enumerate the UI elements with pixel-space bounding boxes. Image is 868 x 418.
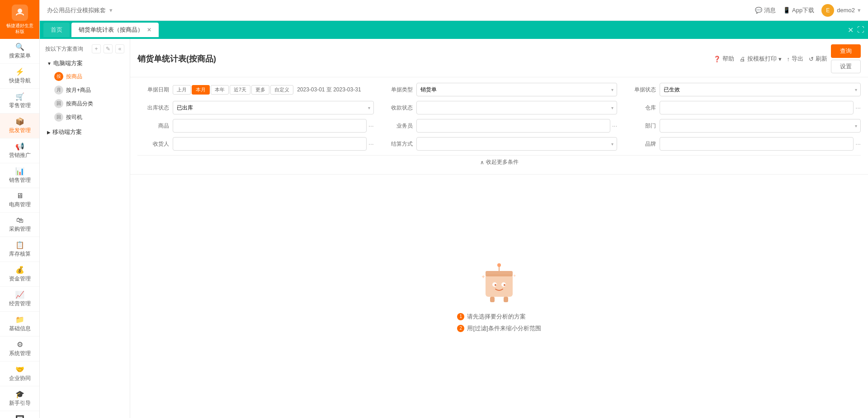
tree-child-by-product[interactable]: 按 按商品 [43, 70, 126, 83]
sidebar-nav-wholesale[interactable]: 📦 批发管理 [0, 114, 39, 138]
salesperson-more-icon[interactable]: ··· [612, 122, 618, 129]
left-panel-header: 按以下方案查询 + ✎ « [40, 43, 130, 57]
sidebar-nav-quick[interactable]: ⚡ 快捷导航 [0, 64, 39, 89]
receiver-input[interactable] [173, 137, 367, 151]
svg-rect-10 [504, 297, 508, 302]
help-button[interactable]: ❓ 帮助 [713, 55, 734, 63]
tree-node-mobile[interactable]: ▶ 移动端方案 [43, 126, 126, 138]
workspace-dropdown-icon[interactable]: ▾ [109, 7, 113, 14]
date-tab-custom[interactable]: 自定义 [270, 85, 293, 95]
out-status-select[interactable]: 已出库 [173, 101, 374, 114]
message-button[interactable]: 💬 消息 [755, 6, 776, 14]
date-tab-last-month[interactable]: 上月 [173, 85, 191, 95]
tab-sales-stat[interactable]: 销货单统计表（按商品） ✕ [71, 23, 159, 37]
export-button[interactable]: ↑ 导出 [787, 55, 804, 63]
sidebar-nav-inventory[interactable]: 📋 库存核算 [0, 237, 39, 262]
maximize-window-icon[interactable]: ⛶ [857, 26, 864, 34]
query-button[interactable]: 查询 [831, 44, 861, 58]
date-tab-this-year[interactable]: 本年 [211, 85, 229, 95]
receipt-status-select[interactable] [416, 101, 618, 114]
date-label: 单据日期 [137, 86, 169, 94]
collapse-panel-icon[interactable]: « [115, 44, 124, 53]
date-tabs: 上月 本月 本年 近7天 更多 自定义 [173, 85, 293, 95]
settlement-select[interactable] [416, 137, 618, 151]
marketing-icon: 📢 [2, 142, 38, 151]
receipt-status-label: 收款状态 [381, 104, 413, 112]
sidebar-nav-newbie[interactable]: 🎓 新手引导 [0, 386, 39, 411]
product-input[interactable] [173, 119, 367, 133]
tab-close-icon[interactable]: ✕ [147, 27, 151, 33]
product-label: 商品 [137, 122, 169, 130]
filter-row-1: 单据日期 上月 本月 本年 近7天 更多 自定义 2023- [137, 83, 861, 96]
svg-point-8 [497, 263, 501, 267]
tab-home[interactable]: 首页 [43, 23, 70, 37]
brand-input[interactable] [660, 137, 854, 151]
edit-scheme-icon[interactable]: ✎ [104, 44, 113, 53]
scheme-tree: ▼ 电脑端方案 按 按商品 月 按月+商品 回 按商品分类 回 按司机 [40, 57, 130, 138]
message-icon: 💬 [755, 7, 762, 14]
warehouse-more-icon[interactable]: ··· [855, 104, 861, 111]
sidebar-nav-system[interactable]: ⚙ 系统管理 [0, 337, 39, 361]
doc-status-select[interactable]: 已生效 [660, 83, 861, 96]
collapse-icon: ∧ [480, 159, 484, 166]
collapse-bar[interactable]: ∧ 收起更多条件 [137, 155, 861, 169]
user-menu[interactable]: E demo2 ▾ [821, 4, 861, 17]
warehouse-input[interactable] [660, 101, 854, 114]
product-more-icon[interactable]: ··· [368, 122, 374, 129]
department-select[interactable] [660, 119, 861, 133]
sidebar-nav-corp[interactable]: 🤝 企业协同 [0, 361, 39, 386]
retail-icon: 🛒 [2, 92, 38, 101]
tree-node-pc[interactable]: ▼ 电脑端方案 [43, 57, 126, 70]
quick-nav-icon: ⚡ [2, 67, 38, 76]
collapse-text: 收起更多条件 [486, 158, 519, 166]
inventory-icon: 📋 [2, 241, 38, 249]
print-dropdown-icon[interactable]: ▾ [778, 56, 782, 62]
by-month-label: 按月+商品 [66, 86, 91, 94]
sidebar-nav-sales[interactable]: 📊 销售管理 [0, 163, 39, 188]
department-select-wrapper: ▾ [660, 119, 861, 133]
print-button[interactable]: 🖨 按模板打印 ▾ [740, 55, 782, 63]
doc-type-select[interactable]: 销货单 [416, 83, 618, 96]
refresh-button[interactable]: ↺ 刷新 [809, 55, 827, 63]
sidebar-nav-marketing[interactable]: 📢 营销推广 [0, 138, 39, 163]
svg-rect-9 [490, 297, 495, 302]
export-icon: ↑ [787, 56, 790, 62]
page-title-bar: 销货单统计表(按商品) ❓ 帮助 🖨 按模板打印 ▾ ↑ [130, 39, 868, 77]
tree-child-by-driver[interactable]: 回 按司机 [43, 110, 126, 124]
sidebar-nav-base[interactable]: 📁 基础信息 [0, 312, 39, 337]
download-button[interactable]: 📱 App下载 [783, 6, 814, 14]
sidebar-nav-purchase[interactable]: 🛍 采购管理 [0, 213, 39, 237]
svg-point-6 [504, 284, 505, 286]
receiver-more-icon[interactable]: ··· [368, 140, 374, 147]
date-tab-this-month[interactable]: 本月 [192, 85, 210, 95]
date-tab-more[interactable]: 更多 [251, 85, 269, 95]
salesperson-input[interactable] [416, 119, 610, 133]
sidebar-nav-finance[interactable]: 💰 资金管理 [0, 262, 39, 287]
main-area: 办公用品行业模拟账套 ▾ 💬 消息 📱 App下载 E demo2 ▾ 首页 销… [40, 0, 868, 418]
settings-button[interactable]: 设置 [831, 60, 861, 73]
right-panel: 销货单统计表(按商品) ❓ 帮助 🖨 按模板打印 ▾ ↑ [130, 39, 868, 418]
svg-point-5 [495, 284, 496, 286]
by-product-label: 按商品 [66, 73, 82, 81]
sidebar-nav-ecommerce[interactable]: 🖥 电商管理 [0, 188, 39, 213]
add-scheme-icon[interactable]: + [92, 44, 101, 53]
close-window-icon[interactable]: ✕ [848, 26, 854, 34]
print-icon: 🖨 [740, 56, 745, 62]
date-tab-7days[interactable]: 近7天 [230, 85, 250, 95]
purchase-icon: 🛍 [2, 216, 38, 224]
tree-child-by-category[interactable]: 回 按商品分类 [43, 97, 126, 110]
tree-child-by-month[interactable]: 月 按月+商品 [43, 83, 126, 97]
sidebar-nav-operations[interactable]: 📈 经营管理 [0, 287, 39, 312]
sidebar: 畅捷通好生意 标版 🔍 搜索菜单 ⚡ 快捷导航 🛒 零售管理 📦 批发管理 📢 … [0, 0, 40, 418]
sidebar-nav-search[interactable]: 🔍 搜索菜单 [0, 39, 39, 64]
sidebar-nav-apps[interactable]: 🔲 应用中心 [0, 411, 39, 418]
out-status-label: 出库状态 [137, 104, 169, 112]
brand-more-icon[interactable]: ··· [855, 140, 861, 147]
newbie-icon: 🎓 [2, 390, 38, 399]
hint1-text: 请先选择要分析的方案 [467, 311, 526, 323]
search-icon: 🔍 [2, 43, 38, 51]
top-header: 办公用品行业模拟账套 ▾ 💬 消息 📱 App下载 E demo2 ▾ [40, 0, 868, 21]
download-icon: 📱 [783, 7, 790, 14]
sidebar-nav-retail[interactable]: 🛒 零售管理 [0, 89, 39, 114]
svg-rect-2 [486, 271, 513, 276]
